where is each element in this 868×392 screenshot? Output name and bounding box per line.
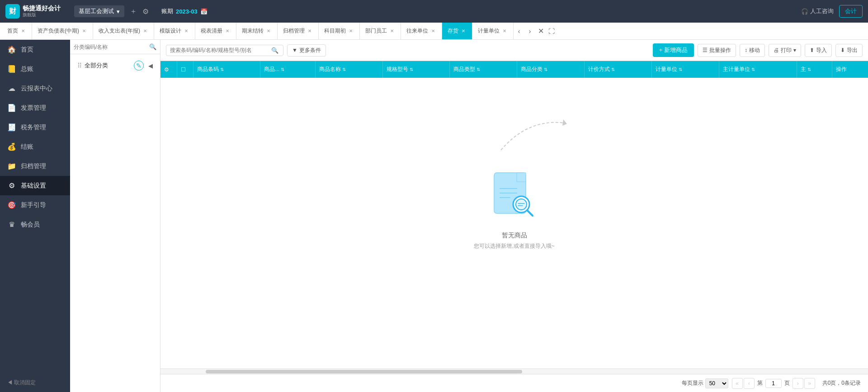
th-price-method[interactable]: 计价方式 ⇅ <box>584 61 651 78</box>
sidebar-item-tax[interactable]: 🧾 税务管理 <box>0 118 70 137</box>
batch-action-btn[interactable]: ☰ 批量操作 <box>698 44 736 57</box>
sidebar-item-settings[interactable]: ⚙ 基础设置 <box>0 176 70 195</box>
scroll-thumb[interactable] <box>206 370 522 373</box>
category-search-icon[interactable]: 🔍 <box>149 43 156 50</box>
svg-line-8 <box>527 210 533 216</box>
settings-icon[interactable]: ⚙ <box>142 7 149 16</box>
category-search-input[interactable] <box>74 44 147 50</box>
tab-maximize-btn[interactable]: ⛶ <box>546 26 557 37</box>
horizontal-scrollbar[interactable] <box>160 368 868 374</box>
sidebar-item-report[interactable]: ☁ 云报表中心 <box>0 79 70 98</box>
add-tab-icon[interactable]: ＋ <box>130 7 137 16</box>
tab-subject-close[interactable]: ✕ <box>348 28 354 34</box>
tab-inventory[interactable]: 存货 ✕ <box>442 23 472 40</box>
import-label: 导入 <box>816 47 827 54</box>
tab-period-close[interactable]: 期末结转 ✕ <box>236 23 278 40</box>
th-settings[interactable]: ⚙ <box>160 61 177 78</box>
sidebar-item-guide[interactable]: 🎯 新手引导 <box>0 195 70 215</box>
category-edit-icon[interactable]: ✎ <box>134 61 144 71</box>
tab-period-close-x[interactable]: ✕ <box>265 28 272 34</box>
th-spec[interactable]: 规格型号 ⇅ <box>382 61 450 78</box>
tab-unit-close[interactable]: ✕ <box>501 28 508 34</box>
period-value: 2023-03 <box>176 8 198 15</box>
per-page-label: 每页显示 <box>682 379 703 387</box>
page-last-btn[interactable]: » <box>804 378 815 389</box>
tab-income[interactable]: 收入支出表(年报) ✕ <box>93 23 154 40</box>
tab-partner[interactable]: 往来单位 ✕ <box>401 23 442 40</box>
tab-archive-close[interactable]: ✕ <box>307 28 313 34</box>
tab-dept-close[interactable]: ✕ <box>389 28 395 34</box>
cloud-icon: ☁ <box>7 84 16 93</box>
th-name[interactable]: 商品名称 ⇅ <box>315 61 382 78</box>
tab-subject[interactable]: 科目期初 ✕ <box>319 23 360 40</box>
sidebar-label-archive: 归档管理 <box>21 162 46 170</box>
th-spec-sort: ⇅ <box>410 67 413 72</box>
tab-tax-close[interactable]: ✕ <box>224 28 231 34</box>
sidebar-label-checkout: 结账 <box>21 143 33 151</box>
sidebar-item-checkout[interactable]: 💰 结账 <box>0 137 70 156</box>
move-btn[interactable]: ↕ 移动 <box>740 44 765 57</box>
th-unit[interactable]: 计量单位 ⇅ <box>651 61 719 78</box>
service-label: 人工咨询 <box>810 7 834 15</box>
th-code[interactable]: 商品... ⇅ <box>260 61 315 78</box>
tab-template-close[interactable]: ✕ <box>183 28 189 34</box>
filter-btn[interactable]: ▼ 更多条件 <box>287 44 326 57</box>
th-type-label: 商品类型 <box>453 66 475 73</box>
tab-tax[interactable]: 税表清册 ✕ <box>195 23 236 40</box>
tab-close-all-btn[interactable]: ✕ <box>535 26 546 37</box>
sidebar-item-ledger[interactable]: 📒 总账 <box>0 59 70 79</box>
page-next-btn[interactable]: › <box>793 378 803 389</box>
tab-inventory-close[interactable]: ✕ <box>460 28 467 34</box>
th-category[interactable]: 商品分类 ⇅ <box>517 61 585 78</box>
tab-period-close-label: 期末结转 <box>242 27 264 35</box>
th-extra[interactable]: 主 ⇅ <box>797 61 832 78</box>
th-checkbox[interactable]: ☐ <box>177 61 193 78</box>
import-btn[interactable]: ⬆ 导入 <box>805 44 832 57</box>
tab-next-btn[interactable]: › <box>524 26 535 37</box>
th-type[interactable]: 商品类型 ⇅ <box>450 61 517 78</box>
tab-home-close[interactable]: ✕ <box>20 28 26 34</box>
account-button[interactable]: 会计 <box>839 5 863 18</box>
export-btn[interactable]: ⬇ 导出 <box>835 44 863 57</box>
tab-balance-close[interactable]: ✕ <box>81 28 87 34</box>
select-all-checkbox[interactable]: ☐ <box>181 66 186 73</box>
page-first-btn[interactable]: « <box>732 378 743 389</box>
tax-icon: 🧾 <box>7 123 16 132</box>
page-number-input[interactable] <box>765 379 782 388</box>
service-button[interactable]: 🎧 人工咨询 <box>801 7 834 15</box>
tab-dept[interactable]: 部门员工 ✕ <box>360 23 401 40</box>
page-prev-btn[interactable]: ‹ <box>744 378 755 389</box>
product-search-input[interactable] <box>170 47 269 53</box>
empty-subtitle: 您可以选择新增,或者直接导入哦~ <box>474 242 554 250</box>
category-all-item[interactable]: ⠿ 全部分类 ✎ ◀ <box>74 58 156 73</box>
tab-partner-close[interactable]: ✕ <box>430 28 436 34</box>
th-extra-sort: ⇅ <box>807 67 811 72</box>
add-product-button[interactable]: + 新增商品 <box>653 43 694 57</box>
tab-income-close[interactable]: ✕ <box>142 28 148 34</box>
per-page-select[interactable]: 50 20 100 <box>705 378 728 388</box>
product-table: ⚙ ☐ 商品条码 ⇅ <box>160 61 868 78</box>
column-settings-icon[interactable]: ⚙ <box>164 66 169 73</box>
tab-unit[interactable]: 计量单位 ✕ <box>472 23 514 40</box>
th-barcode[interactable]: 商品条码 ⇅ <box>193 61 260 78</box>
th-main-unit[interactable]: 主计量单位 ⇅ <box>719 61 797 78</box>
sidebar-item-home[interactable]: 🏠 首页 <box>0 40 70 59</box>
tab-bar: 首页 ✕ 资产负债表(中期) ✕ 收入支出表(年报) ✕ 模版设计 ✕ 税表清册… <box>0 23 868 40</box>
sidebar-pin-btn[interactable]: ◀ 取消固定 <box>0 373 70 392</box>
tab-archive[interactable]: 归档管理 ✕ <box>278 23 319 40</box>
tab-prev-btn[interactable]: ‹ <box>514 26 524 37</box>
sidebar-item-archive[interactable]: 📁 归档管理 <box>0 156 70 176</box>
main-layout: 🏠 首页 📒 总账 ☁ 云报表中心 📄 发票管理 🧾 税务管理 💰 结账 📁 归… <box>0 40 868 392</box>
category-collapse-icon[interactable]: ◀ <box>148 62 153 69</box>
sidebar-item-invoice[interactable]: 📄 发票管理 <box>0 98 70 118</box>
calendar-icon[interactable]: 📅 <box>200 8 208 15</box>
tab-home[interactable]: 首页 ✕ <box>2 23 32 40</box>
tab-template[interactable]: 模版设计 ✕ <box>154 23 195 40</box>
product-search-icon[interactable]: 🔍 <box>271 47 278 54</box>
sidebar-item-member[interactable]: ♛ 畅会员 <box>0 215 70 234</box>
move-icon: ↕ <box>745 47 747 53</box>
project-selector[interactable]: 基层工会测试 ▾ <box>74 5 124 17</box>
print-btn[interactable]: 🖨 打印 ▾ <box>769 44 801 57</box>
th-main-unit-sort: ⇅ <box>751 67 755 72</box>
tab-balance[interactable]: 资产负债表(中期) ✕ <box>32 23 93 40</box>
